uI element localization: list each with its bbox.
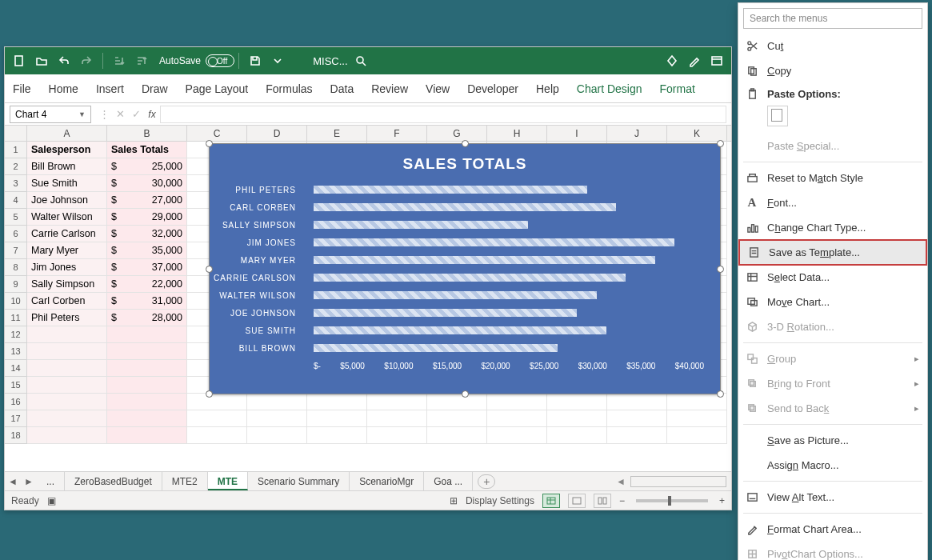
ribbon-tab-insert[interactable]: Insert [96,82,124,95]
row-header[interactable]: 5 [5,209,27,226]
cell[interactable] [307,427,367,444]
chart-bar-row[interactable]: BILL BROWN [314,339,704,357]
ribbon-tab-developer[interactable]: Developer [467,82,518,95]
fx-icon[interactable]: fx [144,109,160,120]
search-icon[interactable] [351,51,370,70]
cell[interactable]: Bill Brown [27,158,107,175]
cell[interactable]: $29,000 [107,209,187,226]
menu-assign-macro[interactable]: Assign Macro... [738,453,927,478]
cell[interactable]: Sales Totals [107,142,187,158]
sheet-tab-ellipsis[interactable]: ... [37,472,65,490]
name-box[interactable]: Chart 4 ▼ [10,106,91,123]
cell[interactable] [607,410,667,427]
row-header[interactable]: 9 [5,276,27,293]
column-header[interactable]: B [107,126,187,141]
row-header[interactable]: 6 [5,226,27,242]
cell[interactable] [667,427,727,444]
column-header[interactable]: A [27,126,107,141]
row-header[interactable]: 4 [5,192,27,209]
cell[interactable] [487,394,547,410]
view-page-layout-icon[interactable] [568,494,586,508]
formula-bar[interactable] [160,106,726,123]
menu-copy[interactable]: Copy [738,58,927,83]
cell[interactable] [487,427,547,444]
cell[interactable] [487,410,547,427]
cell[interactable] [107,410,187,427]
cell[interactable] [667,410,727,427]
row-header[interactable]: 8 [5,259,27,276]
menu-view-alt-text[interactable]: View Alt Text... [738,485,927,510]
chevron-down-icon[interactable] [268,51,287,70]
cell[interactable]: $30,000 [107,175,187,192]
chart-bar[interactable] [314,326,606,334]
undo-icon[interactable] [54,51,74,70]
chart-bar[interactable] [314,256,655,264]
row-header[interactable]: 3 [5,175,27,192]
chart-bar-row[interactable]: SALLY SIMPSON [314,216,704,234]
new-file-icon[interactable] [10,51,29,70]
ribbon-tab-home[interactable]: Home [49,82,78,95]
resize-handle[interactable] [462,390,469,398]
cell[interactable] [547,427,607,444]
chart-title[interactable]: SALES TOTALS [210,144,720,181]
horizontal-scroll[interactable]: ◄ [500,476,731,487]
cell[interactable]: Sally Simpson [27,276,107,293]
cell[interactable] [27,394,107,410]
cell[interactable]: $22,000 [107,276,187,293]
menu-change-chart-type[interactable]: Change Chart Type... [738,215,927,240]
sheet-nav-next-icon[interactable]: ► [21,476,37,487]
select-all-corner[interactable] [5,126,27,141]
resize-handle[interactable] [717,390,724,398]
sort-desc-icon[interactable] [132,51,151,70]
cell[interactable]: Phil Peters [27,310,107,326]
column-header[interactable]: J [607,126,667,141]
row-header[interactable]: 17 [5,410,27,427]
cell[interactable]: $31,000 [107,293,187,310]
cell[interactable]: Carrie Carlson [27,226,107,242]
chart-object[interactable]: SALES TOTALS PHIL PETERSCARL CORBENSALLY… [209,143,721,394]
cell[interactable] [27,410,107,427]
ribbon-tab-format[interactable]: Format [660,82,695,95]
cell[interactable]: Sue Smith [27,175,107,192]
chart-bar-row[interactable]: CARRIE CARLSON [314,269,704,286]
macro-record-icon[interactable]: ▣ [47,495,56,506]
enter-icon[interactable]: ✓ [128,108,144,120]
row-header[interactable]: 16 [5,394,27,410]
new-sheet-button[interactable]: + [478,474,495,489]
autosave-toggle[interactable]: AutoSave Off [159,54,227,67]
chart-plot-area[interactable]: PHIL PETERSCARL CORBENSALLY SIMPSONJIM J… [210,181,720,357]
zoom-slider[interactable] [636,499,708,502]
display-settings-label[interactable]: Display Settings [466,495,534,506]
zoom-out-icon[interactable]: − [619,495,625,506]
cell[interactable]: Carl Corben [27,293,107,310]
menu-font[interactable]: A Font... [738,190,927,215]
cell[interactable]: Jim Jones [27,259,107,276]
formula-more-icon[interactable]: ⋮ [96,108,112,120]
chart-bar-row[interactable]: JIM JONES [314,234,704,251]
ribbon-tab-review[interactable]: Review [371,82,408,95]
cell[interactable] [107,394,187,410]
resize-handle[interactable] [717,140,724,147]
column-header[interactable]: F [367,126,427,141]
cell[interactable]: Salesperson [27,142,107,158]
ribbon-tab-page-layout[interactable]: Page Layout [186,82,249,95]
resize-handle[interactable] [462,140,469,147]
menu-search-input[interactable]: Search the menus [743,8,922,29]
cell[interactable] [107,377,187,394]
column-header[interactable]: I [547,126,607,141]
row-header[interactable]: 12 [5,326,27,343]
resize-handle[interactable] [206,390,213,398]
ribbon-tab-chart-design[interactable]: Chart Design [577,82,642,95]
chart-bar-row[interactable]: WALTER WILSON [314,286,704,304]
cell[interactable] [107,427,187,444]
row-header[interactable]: 2 [5,158,27,175]
zoom-in-icon[interactable]: + [719,495,725,506]
ribbon-tab-draw[interactable]: Draw [142,82,168,95]
cell[interactable] [27,343,107,360]
view-normal-icon[interactable] [542,494,560,508]
chart-bar[interactable] [314,221,528,229]
save-icon[interactable] [246,51,265,70]
cell[interactable] [427,410,487,427]
menu-select-data[interactable]: Select Data... [738,265,927,290]
cell[interactable]: $32,000 [107,226,187,242]
